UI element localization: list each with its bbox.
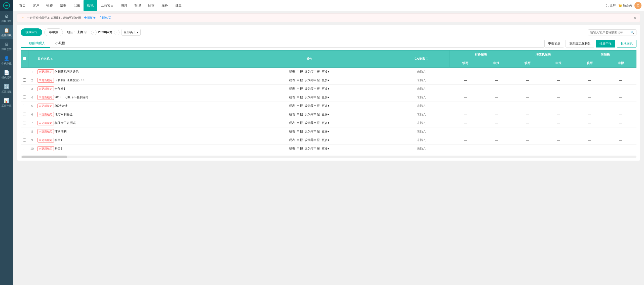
row-checkbox-6[interactable] (23, 121, 26, 124)
op-tax-link[interactable]: 税表 (289, 147, 295, 150)
op-more-link[interactable]: 更多▾ (322, 78, 329, 82)
date-prev-button[interactable]: ‹ (91, 30, 97, 35)
topnav-settings[interactable]: 设置 (172, 0, 185, 11)
info-icon[interactable]: ⓘ (84, 30, 87, 34)
op-tax-link[interactable]: 税表 (289, 78, 295, 82)
topnav-manage[interactable]: 管理 (131, 0, 144, 11)
topnav-service[interactable]: 服务 (158, 0, 172, 11)
shouhui-button[interactable]: 收取回执 (617, 40, 636, 48)
op-report-link[interactable]: 申报 (297, 104, 303, 108)
horizontal-scrollbar[interactable] (21, 156, 636, 158)
op-more-link[interactable]: 更多▾ (322, 113, 329, 116)
op-zero-link[interactable]: 设为零申报 (305, 138, 320, 142)
row-ca-status: 未插入 (393, 85, 450, 93)
op-more-link[interactable]: 更多▾ (322, 70, 329, 73)
op-more-link[interactable]: 更多▾ (322, 96, 329, 99)
sidebar-item-tax-records[interactable]: 📄 报税记录 (0, 67, 13, 81)
tab-general-taxpayer[interactable]: 一般的纳税人 (21, 39, 50, 48)
op-zero-link[interactable]: 设为零申报 (305, 87, 320, 90)
op-more-link[interactable]: 更多▾ (322, 147, 329, 150)
alert-link-buy[interactable]: 立即购买 (99, 16, 111, 20)
topnav-operations[interactable]: 经营 (144, 0, 158, 11)
tab-tax-declaration[interactable]: 税款申报 (21, 28, 42, 36)
row-checkbox-4[interactable] (23, 104, 26, 107)
op-zero-link[interactable]: 设为零申报 (305, 96, 320, 99)
row-checkbox-5[interactable] (23, 113, 26, 116)
search-icon[interactable]: 🔍 (630, 31, 634, 34)
row-checkbox-2[interactable] (23, 87, 26, 90)
op-zero-link[interactable]: 设为零申报 (305, 147, 320, 150)
op-tax-link[interactable]: 税表 (289, 70, 295, 73)
op-report-link[interactable]: 申报 (297, 130, 303, 133)
op-report-link[interactable]: 申报 (297, 87, 303, 90)
sidebar-item-calc-clear[interactable]: 🔢 汇算清缴 (0, 81, 13, 96)
op-report-link[interactable]: 申报 (297, 96, 303, 99)
alert-link-shenbaohui[interactable]: 申报汇签 (84, 16, 96, 20)
op-report-link[interactable]: 申报 (297, 147, 303, 150)
topnav-biz-project[interactable]: 工商项目 (97, 0, 117, 11)
sidebar-item-label: 报税设置 (2, 20, 12, 23)
date-next-button[interactable]: › (114, 30, 119, 35)
row-checkbox-7[interactable] (23, 130, 26, 133)
dept-selector[interactable]: 全部员工 ▾ (122, 29, 141, 36)
fullscreen-button[interactable]: ⛶ 全屏 (606, 3, 616, 8)
row-checkbox-0[interactable] (23, 70, 26, 73)
op-zero-link[interactable]: 设为零申报 (305, 70, 320, 73)
topnav-tax[interactable]: 报税 (84, 0, 97, 11)
op-zero-link[interactable]: 设为零申报 (305, 104, 320, 108)
op-report-link[interactable]: 申报 (297, 78, 303, 82)
search-input[interactable] (590, 31, 630, 34)
op-zero-link[interactable]: 设为零申报 (305, 121, 320, 125)
tab-small-scale[interactable]: 小规模 (50, 39, 70, 48)
content-area: ⚠ 一键报税功能已过试用期，请购买后使用 申报汇签 立即购买 ✕ 税款申报 零申… (13, 11, 644, 285)
sidebar-item-personal-tax[interactable]: 👤 个税申报 (0, 53, 13, 67)
op-tax-link[interactable]: 税表 (289, 121, 295, 125)
search-box: 🔍 (588, 29, 636, 35)
op-zero-link[interactable]: 设为零申报 (305, 78, 320, 82)
op-tax-link[interactable]: 税表 (289, 104, 295, 108)
tab-zero-declaration[interactable]: 零申报 (44, 28, 63, 36)
op-tax-link[interactable]: 税表 (289, 96, 295, 99)
op-report-link[interactable]: 申报 (297, 138, 303, 142)
sidebar-item-tax-settings[interactable]: ⚙ 报税设置 (0, 11, 13, 25)
sidebar-item-tax-overview[interactable]: 🖥 报税总览 (0, 39, 13, 53)
op-more-link[interactable]: 更多▾ (322, 104, 329, 108)
row-client-name: 未更新核定 科目1 (36, 136, 225, 145)
topnav-accounting[interactable]: 记账 (70, 0, 84, 11)
op-tax-link[interactable]: 税表 (289, 130, 295, 133)
member-button[interactable]: 👑 畅会员 (618, 3, 632, 8)
row-fin-fill: — (450, 93, 481, 102)
row-fin-fill: — (450, 110, 481, 119)
op-tax-link[interactable]: 税表 (289, 138, 295, 142)
scrollbar-thumb[interactable] (22, 156, 67, 158)
row-checkbox-8[interactable] (23, 138, 26, 141)
op-more-link[interactable]: 更多▾ (322, 138, 329, 142)
topnav-home[interactable]: 首页 (16, 0, 29, 11)
avatar[interactable]: C (634, 2, 641, 9)
row-checkbox-9[interactable] (23, 147, 26, 150)
op-more-link[interactable]: 更多▾ (322, 121, 329, 125)
topnav-billing[interactable]: 收费 (43, 0, 56, 11)
sidebar-item-biz-annual[interactable]: 📊 工商年报 (0, 96, 13, 110)
topnav-client[interactable]: 客户 (29, 0, 43, 11)
topnav-invoice[interactable]: 票据 (56, 0, 70, 11)
sidebar-item-batch-tax[interactable]: 📋 批量报税 (0, 25, 13, 39)
piliang-button[interactable]: 批量申报 (596, 40, 615, 48)
row-checkbox-3[interactable] (23, 96, 26, 99)
gengxin-button[interactable]: 更新统定及取数 (566, 40, 594, 48)
row-checkbox-1[interactable] (23, 78, 26, 82)
op-tax-link[interactable]: 税表 (289, 87, 295, 90)
op-tax-link[interactable]: 税表 (289, 113, 295, 116)
op-zero-link[interactable]: 设为零申报 (305, 113, 320, 116)
op-zero-link[interactable]: 设为零申报 (305, 130, 320, 133)
shenbaojilu-button[interactable]: 申报记录 (544, 40, 564, 48)
alert-close-button[interactable]: ✕ (634, 16, 637, 20)
op-report-link[interactable]: 申报 (297, 70, 303, 73)
topnav-message[interactable]: 消息 (117, 0, 131, 11)
select-all-checkbox[interactable] (23, 57, 26, 60)
op-report-link[interactable]: 申报 (297, 113, 303, 116)
th-financial-table: 财务报表 (450, 51, 512, 59)
op-more-link[interactable]: 更多▾ (322, 87, 329, 90)
op-more-link[interactable]: 更多▾ (322, 130, 329, 133)
op-report-link[interactable]: 申报 (297, 121, 303, 125)
